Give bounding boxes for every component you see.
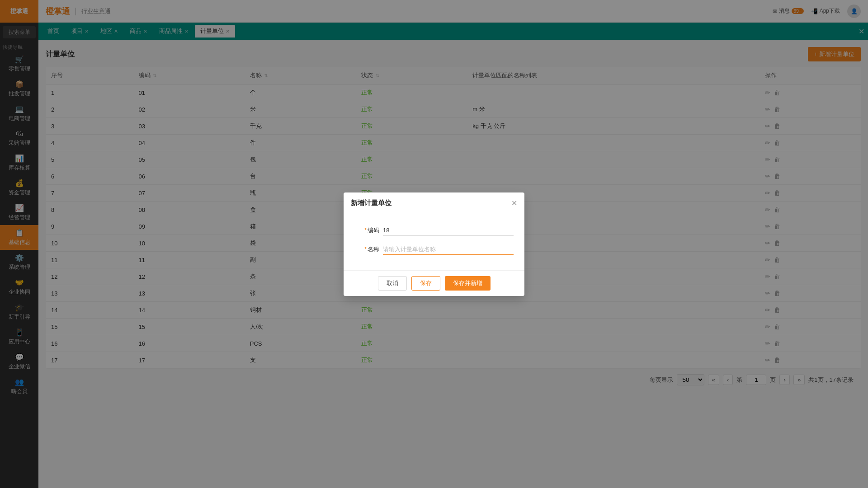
name-label: *名称 xyxy=(354,245,379,253)
code-label: *编码 xyxy=(354,226,379,235)
cancel-button[interactable]: 取消 xyxy=(378,276,407,291)
save-and-new-button[interactable]: 保存并新增 xyxy=(445,276,491,291)
save-button[interactable]: 保存 xyxy=(411,276,440,291)
code-input[interactable] xyxy=(383,225,514,236)
modal-title: 新增计量单位 xyxy=(351,199,392,207)
name-required-mark: * xyxy=(364,246,367,253)
modal-overlay: 新增计量单位 ✕ *编码 *名称 取消 保存 保存并新增 xyxy=(0,0,868,488)
modal-close-button[interactable]: ✕ xyxy=(511,199,517,207)
name-input[interactable] xyxy=(383,244,514,255)
code-form-row: *编码 xyxy=(354,225,514,236)
name-form-row: *名称 xyxy=(354,244,514,255)
add-unit-modal: 新增计量单位 ✕ *编码 *名称 取消 保存 保存并新增 xyxy=(344,192,524,296)
modal-footer: 取消 保存 保存并新增 xyxy=(344,270,524,296)
code-required-mark: * xyxy=(364,227,367,234)
modal-header: 新增计量单位 ✕ xyxy=(344,192,524,214)
modal-body: *编码 *名称 xyxy=(344,214,524,270)
